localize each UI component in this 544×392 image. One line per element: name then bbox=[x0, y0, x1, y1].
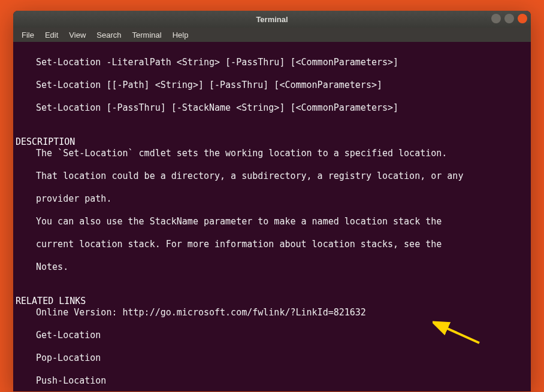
related-link-line: Push-Location bbox=[16, 375, 528, 387]
description-line: The `Set-Location` cmdlet sets the worki… bbox=[16, 148, 528, 159]
maximize-button[interactable] bbox=[504, 14, 514, 23]
related-link-line: Get-Location bbox=[16, 330, 528, 341]
description-line: current location stack. For more informa… bbox=[16, 239, 528, 250]
related-link-line: Pop-Location bbox=[16, 353, 528, 364]
syntax-line: Set-Location -LiteralPath <String> [-Pas… bbox=[16, 57, 528, 68]
section-header-related-links: RELATED LINKS bbox=[16, 296, 86, 306]
menubar: File Edit View Search Terminal Help bbox=[13, 28, 531, 42]
terminal-output[interactable]: Set-Location -LiteralPath <String> [-Pas… bbox=[13, 42, 531, 391]
menu-search[interactable]: Search bbox=[92, 29, 126, 41]
minimize-button[interactable] bbox=[491, 14, 501, 23]
window-title: Terminal bbox=[256, 15, 288, 24]
description-line: Notes. bbox=[16, 262, 528, 273]
description-line: That location could be a directory, a su… bbox=[16, 171, 528, 182]
syntax-line: Set-Location [-PassThru] [-StackName <St… bbox=[16, 102, 528, 114]
description-line: provider path. bbox=[16, 193, 528, 205]
titlebar[interactable]: Terminal bbox=[13, 11, 531, 28]
menu-file[interactable]: File bbox=[17, 29, 39, 41]
menu-view[interactable]: View bbox=[64, 29, 90, 41]
related-link-line: Online Version: http://go.microsoft.com/… bbox=[16, 307, 528, 318]
menu-terminal[interactable]: Terminal bbox=[128, 29, 167, 41]
syntax-line: Set-Location [[-Path] <String>] [-PassTh… bbox=[16, 80, 528, 91]
close-button[interactable] bbox=[518, 14, 527, 23]
section-header-description: DESCRIPTION bbox=[16, 136, 75, 147]
description-line: You can also use the StackName parameter… bbox=[16, 216, 528, 227]
menu-edit[interactable]: Edit bbox=[40, 29, 63, 41]
menu-help[interactable]: Help bbox=[168, 29, 194, 41]
terminal-window: Terminal File Edit View Search Terminal … bbox=[13, 11, 531, 391]
